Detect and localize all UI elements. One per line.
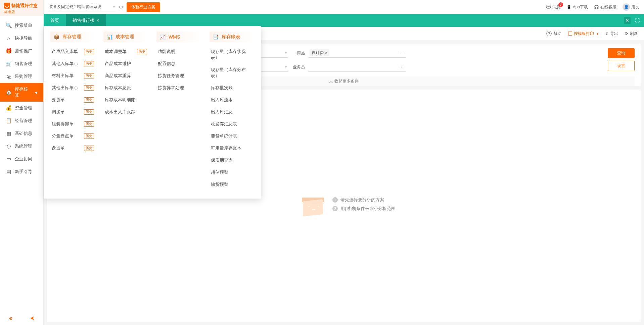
mega-menu-item[interactable]: 现存量（库存分布表）: [210, 64, 255, 82]
mega-menu-item[interactable]: 分量盘点单历史: [50, 130, 95, 142]
sidebar-item-guide[interactable]: ▤新手引导: [0, 165, 43, 178]
search-icon: 🔍: [6, 23, 11, 28]
mega-menu-item[interactable]: 商品成本重算: [103, 70, 148, 82]
mega-menu-item[interactable]: 可用量库存账本: [210, 142, 255, 154]
mega-menu-item[interactable]: 出入库汇总: [210, 106, 255, 118]
mega-menu-item[interactable]: 材料出库单历史: [50, 70, 95, 82]
empty-state: ᵕ _ ᵕ 1 请先选择要分析的方案 2 用[过滤]条件来缩小分析范围: [292, 192, 395, 219]
history-badge: 历史: [84, 109, 94, 115]
system-select[interactable]: 装备及固定资产辅助管理系统 ▾: [48, 3, 116, 11]
avatar-icon: 👤: [623, 3, 630, 11]
history-badge: 历史: [84, 133, 94, 139]
sidebar-item-marketing[interactable]: 🎁营销推广: [0, 45, 43, 57]
sidebar-item-fund[interactable]: 💰资金管理: [0, 102, 43, 114]
sidebar-item-sales[interactable]: 🛒销售管理: [0, 57, 43, 70]
tabs-bar: 首页 销售排行榜 ✕ ✕ ⛶: [44, 14, 644, 27]
info-icon: ⓘ: [74, 62, 78, 66]
industry-button[interactable]: 体验行业方案: [127, 2, 160, 12]
settings-button[interactable]: 设置: [608, 61, 635, 71]
sidebar-item-basic[interactable]: ▦基础信息: [0, 127, 43, 140]
mega-menu-item[interactable]: 产成品入库单历史: [50, 46, 95, 58]
tab-sales-ranking[interactable]: 销售排行榜 ✕: [66, 14, 106, 27]
sidebar-footer: [0, 312, 43, 325]
mega-column-header: 📑库存账表: [210, 32, 255, 42]
mega-menu-item[interactable]: 拣货任务管理: [156, 70, 201, 82]
settings-icon[interactable]: [9, 316, 13, 321]
mega-menu-item[interactable]: 其他入库单ⓘ历史: [50, 58, 95, 70]
topbar: 装备及固定资产辅助管理系统 ▾ 体验行业方案 消息 6 App下载 在线客服: [44, 0, 644, 14]
tabsbar-close-icon[interactable]: ✕: [624, 17, 631, 24]
history-badge: 历史: [84, 85, 94, 91]
phone-icon: [566, 5, 571, 9]
system-select-value: 装备及固定资产辅助管理系统: [49, 4, 101, 10]
mega-menu-item[interactable]: 功能说明: [156, 46, 201, 58]
home-icon: ⌂: [6, 36, 11, 41]
mega-column: 📦库存管理产成品入库单历史其他入库单ⓘ历史材料出库单历史其他出库单ⓘ历史要货单历…: [46, 32, 99, 191]
mega-menu-item[interactable]: 保质期查询: [210, 154, 255, 166]
step-1-icon: 1: [332, 197, 338, 203]
fullscreen-icon[interactable]: ⛶: [634, 17, 641, 24]
info-icon: ⓘ: [74, 86, 78, 90]
sidebar-item-operation[interactable]: 📋经营管理: [0, 114, 43, 127]
mega-menu-item[interactable]: 库存批次账: [210, 82, 255, 94]
filter-salesman-input[interactable]: ⋯: [308, 62, 406, 72]
mega-menu-item[interactable]: 出入库流水: [210, 94, 255, 106]
chevron-right-icon: ◀: [35, 91, 37, 94]
topbar-app-download[interactable]: App下载: [566, 4, 588, 10]
mega-menu-item[interactable]: 其他出库单ⓘ历史: [50, 82, 95, 94]
mega-menu-item[interactable]: 成本调整单历史: [103, 46, 148, 58]
sidebar-item-inventory[interactable]: 🏠库存核算◀: [0, 83, 43, 102]
more-icon[interactable]: ⋯: [399, 50, 404, 55]
close-tab-icon[interactable]: ✕: [96, 18, 99, 23]
mega-menu-item[interactable]: 收发存汇总表: [210, 118, 255, 130]
topbar-messages[interactable]: 消息 6: [546, 4, 560, 10]
mega-menu-item[interactable]: 拣货异常处理: [156, 82, 201, 94]
mega-menu-item[interactable]: 库存成本总账: [103, 82, 148, 94]
mega-menu-item[interactable]: 盘点单历史: [50, 142, 95, 154]
collapse-sidebar-icon[interactable]: [30, 316, 35, 321]
mega-menu-item[interactable]: 成本出入库跟踪: [103, 106, 148, 118]
mega-menu-item[interactable]: 现存量（库存状况表）: [210, 46, 255, 64]
more-icon[interactable]: ⋯: [399, 64, 404, 69]
mega-header-title: 成本管理: [116, 34, 134, 40]
tab-home[interactable]: 首页: [44, 14, 66, 27]
mega-column: 📑库存账表现存量（库存状况表）现存量（库存分布表）库存批次账出入库流水出入库汇总…: [205, 32, 259, 191]
print-template-button[interactable]: 按模板打印: [568, 31, 598, 37]
mega-menu-item[interactable]: 库存成本明细账: [103, 94, 148, 106]
mega-column: 📊成本管理成本调整单历史产品成本维护商品成本重算库存成本总账库存成本明细账成本出…: [99, 32, 152, 191]
mega-menu-item[interactable]: 缺货预警: [210, 178, 255, 191]
topbar-user[interactable]: 👤 用友: [623, 3, 639, 11]
query-button[interactable]: 查询: [608, 48, 635, 58]
mega-header-title: 库存账表: [222, 34, 240, 40]
mega-column-header: 📈WMS: [156, 32, 201, 42]
mega-menu-item[interactable]: 配置信息: [156, 58, 201, 70]
mega-menu-item[interactable]: 要货单统计表: [210, 130, 255, 142]
brand-edition: 标准版: [4, 9, 39, 14]
mega-menu-item[interactable]: 调拨单历史: [50, 106, 95, 118]
export-button[interactable]: 导出: [605, 31, 618, 37]
filter-product-input[interactable]: 设计费 × ⋯: [308, 48, 406, 58]
topbar-service[interactable]: 在线客服: [594, 4, 616, 10]
mega-header-title: 库存管理: [62, 34, 81, 40]
logo-icon: [4, 3, 10, 9]
refresh-button[interactable]: 刷新: [625, 31, 638, 37]
clipboard-icon: 📋: [6, 118, 11, 123]
mega-menu-item[interactable]: 超储预警: [210, 166, 255, 178]
sidebar-item-purchase[interactable]: 🛍采购管理: [0, 70, 43, 83]
chevron-down-icon: ▾: [285, 65, 287, 69]
history-badge: 历史: [84, 61, 94, 66]
mega-menu-item[interactable]: 组装拆卸单历史: [50, 118, 95, 130]
system-settings-icon[interactable]: [119, 4, 123, 10]
help-button[interactable]: 帮助: [546, 31, 561, 37]
warehouse-icon: 🏠: [6, 90, 11, 95]
sidebar-item-search[interactable]: 🔍搜索菜单: [0, 19, 43, 32]
sidebar-item-quicknav[interactable]: ⌂快捷导航: [0, 32, 43, 45]
sidebar-item-system[interactable]: ◌系统管理: [0, 140, 43, 153]
mega-menu-item[interactable]: 要货单历史: [50, 94, 95, 106]
help-icon: [546, 31, 552, 36]
sidebar-item-collab[interactable]: ▭企业协同: [0, 153, 43, 165]
brand-name: 畅捷通好生意: [11, 3, 38, 9]
remove-tag-icon[interactable]: ×: [325, 51, 327, 55]
book-icon: ▤: [6, 169, 11, 174]
mega-menu-item[interactable]: 产品成本维护: [103, 58, 148, 70]
